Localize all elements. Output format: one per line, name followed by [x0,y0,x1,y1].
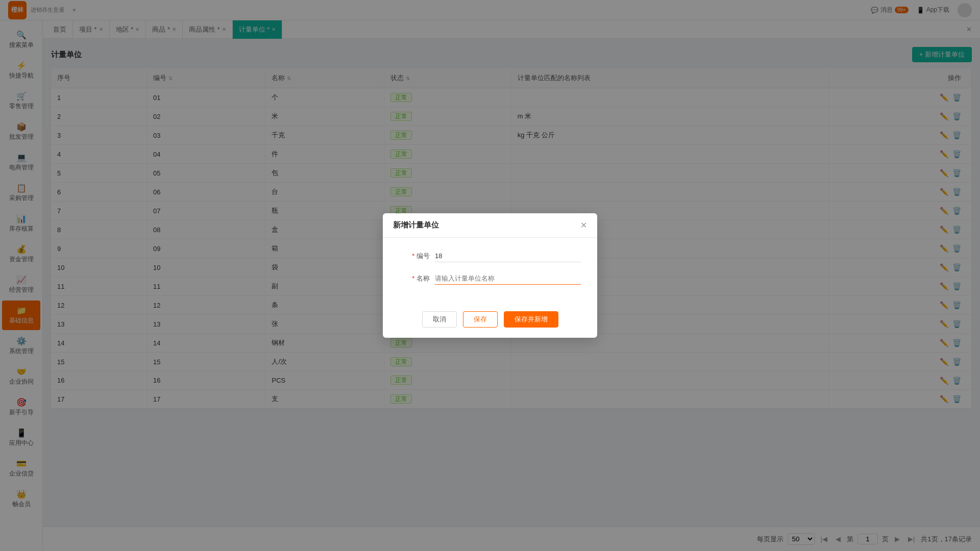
form-row-code: 编号 [399,250,581,262]
modal-overlay[interactable]: 新增计量单位 ✕ 编号 名称 取消 保存 保存并新增 [0,0,980,551]
modal-close-button[interactable]: ✕ [580,220,587,230]
modal-title: 新增计量单位 [393,220,439,230]
name-input[interactable] [435,272,581,285]
modal-body: 编号 名称 [383,238,597,305]
modal-footer: 取消 保存 保存并新增 [383,305,597,338]
modal: 新增计量单位 ✕ 编号 名称 取消 保存 保存并新增 [383,213,597,338]
save-and-add-button[interactable]: 保存并新增 [504,311,558,328]
save-button[interactable]: 保存 [463,311,498,328]
form-row-name: 名称 [399,272,581,285]
code-label: 编号 [399,252,430,261]
name-label: 名称 [399,274,430,283]
code-input[interactable] [435,250,581,262]
modal-header: 新增计量单位 ✕ [383,213,597,238]
cancel-button[interactable]: 取消 [422,311,457,328]
